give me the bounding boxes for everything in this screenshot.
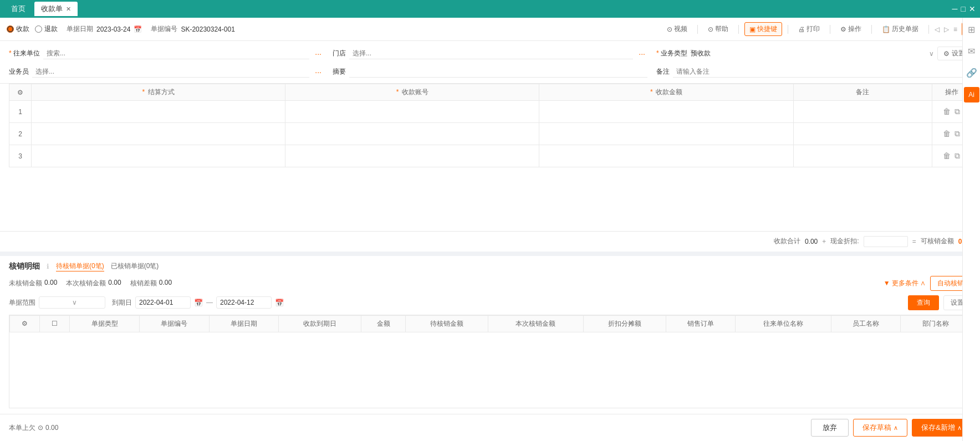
discount-input[interactable] [864, 236, 908, 247]
business-type-value: 预收款 [691, 49, 711, 58]
stat-diff: 核销差额 0.00 [130, 279, 172, 288]
receipt-table: ⚙ * 结算方式 * 收款账号 * 收款金额 备注 [9, 84, 971, 167]
cal-icon-left[interactable]: 📅 [194, 299, 203, 307]
radio-receipt[interactable]: 收款 [7, 24, 29, 34]
sidebar-ai-icon[interactable]: Ai [964, 87, 979, 102]
divider3 [788, 25, 788, 34]
business-type-dropdown-icon[interactable]: ∨ [929, 50, 934, 58]
divider4 [830, 25, 830, 34]
filter-actions: 查询 设置 [908, 295, 971, 310]
tab-pending[interactable]: 待核销单据(0笔) [56, 261, 104, 271]
bill-no-field: 单据编号 SK-20230324-001 [151, 24, 234, 34]
remark-cell[interactable] [793, 145, 932, 167]
range-label: 单据范围 [9, 298, 35, 307]
store-label: 门店 [333, 49, 346, 58]
salesperson-more-btn[interactable]: ··· [313, 68, 324, 76]
tab-receipt[interactable]: 收款单 ✕ [34, 2, 78, 16]
divider2 [738, 25, 739, 34]
nav-next-icon[interactable]: ▷ [944, 25, 949, 33]
remark-cell[interactable] [793, 123, 932, 145]
sidebar-link-icon[interactable]: 🔗 [964, 65, 979, 80]
tab-receipt-label: 收款单 [41, 4, 63, 14]
history-btn[interactable]: 📋 历史单据 [877, 23, 923, 35]
due-date-to[interactable] [216, 296, 272, 309]
sub-col-dept: 部门名称 [901, 315, 971, 332]
table-row: 3 🗑 ⧉ [9, 145, 971, 167]
col-settings[interactable]: ⚙ [9, 84, 32, 101]
close-tab-icon[interactable]: ✕ [66, 6, 71, 13]
sidebar-table-icon[interactable]: ⊞ [966, 22, 977, 37]
nav-prev-icon[interactable]: ◁ [935, 25, 940, 33]
store-input[interactable] [349, 48, 633, 59]
bill-no-label: 单据编号 [151, 24, 177, 34]
stat-this-verify: 本次核销金额 0.00 [66, 279, 121, 288]
delete-icon[interactable]: 🗑 [943, 151, 951, 160]
row-num: 2 [9, 123, 32, 145]
radio-receipt-input[interactable] [7, 25, 14, 33]
maximize-icon[interactable]: □ [961, 4, 966, 13]
row-num: 1 [9, 101, 32, 123]
stat-diff-value: 0.00 [159, 279, 172, 288]
delete-icon[interactable]: 🗑 [943, 107, 951, 116]
counterparty-input[interactable] [43, 48, 309, 59]
sidebar-mail-icon[interactable]: ✉ [966, 44, 977, 59]
delete-icon[interactable]: 🗑 [943, 129, 951, 138]
more-conditions-label: 更多条件 ∧ [892, 279, 926, 288]
sub-col-checkbox[interactable]: ☐ [40, 315, 70, 332]
counterparty-more-btn[interactable]: ··· [313, 49, 324, 58]
bill-date-value: 2023-03-24 [96, 25, 130, 33]
col-amount: * 收款金额 [539, 84, 793, 101]
due-date-from[interactable] [135, 296, 191, 309]
summary-input[interactable] [349, 66, 647, 78]
shortcut-icon: ▣ [749, 25, 756, 33]
copy-icon[interactable]: ⧉ [955, 107, 960, 116]
settlement-cell[interactable] [32, 145, 285, 167]
salesperson-input[interactable] [32, 66, 309, 78]
query-btn[interactable]: 查询 [908, 295, 939, 310]
close-window-icon[interactable]: ✕ [969, 4, 976, 13]
table-settings-icon[interactable]: ⚙ [17, 89, 23, 96]
calendar-icon[interactable]: 📅 [134, 25, 142, 33]
bottom-info-value: 0.00 [45, 424, 58, 432]
settlement-cell[interactable] [32, 123, 285, 145]
sum-value: 0.00 [805, 238, 818, 245]
history-label: 历史单据 [892, 24, 918, 34]
more-conditions-btn[interactable]: ▼ 更多条件 ∧ [884, 279, 926, 288]
amount-cell[interactable] [539, 145, 793, 167]
tab-home[interactable]: 首页 [4, 2, 32, 16]
sub-col-amount: 金额 [361, 315, 405, 332]
shortcut-btn[interactable]: ▣ 快捷键 [744, 22, 782, 36]
cal-icon-right[interactable]: 📅 [275, 299, 284, 307]
minimize-icon[interactable]: ─ [952, 4, 958, 13]
store-more-btn[interactable]: ··· [636, 49, 647, 58]
settlement-cell[interactable] [32, 101, 285, 123]
copy-icon[interactable]: ⧉ [955, 129, 960, 138]
radio-refund[interactable]: 退款 [35, 24, 58, 34]
amount-cell[interactable] [539, 101, 793, 123]
amount-cell[interactable] [539, 123, 793, 145]
video-btn[interactable]: ⊙ 视频 [662, 23, 692, 35]
help-btn[interactable]: ⊙ 帮助 [703, 23, 733, 35]
nav-list-icon[interactable]: ≡ [953, 25, 957, 33]
remark-input[interactable] [673, 66, 971, 78]
print-btn[interactable]: 🖨 打印 [794, 23, 824, 35]
abandon-btn[interactable]: 放弃 [811, 419, 849, 437]
counterparty-label: 往来单位 [9, 49, 40, 58]
bottom-info-icon[interactable]: ⊙ [38, 424, 43, 432]
form-row-1: 往来单位 ··· 门店 ··· 业务类型 预收款 ∨ ⚙ 设置 [9, 47, 971, 60]
verify-info-icon[interactable]: ℹ [47, 263, 49, 270]
remark-cell[interactable] [793, 101, 932, 123]
bill-date-field: 单据日期 2023-03-24 📅 [67, 24, 142, 34]
account-cell[interactable] [285, 123, 539, 145]
operation-btn[interactable]: ⚙ 操作 [836, 23, 866, 35]
table-row: 2 🗑 ⧉ [9, 123, 971, 145]
radio-refund-input[interactable] [35, 25, 42, 33]
tab-done[interactable]: 已核销单据(0笔) [111, 261, 159, 271]
account-cell[interactable] [285, 145, 539, 167]
account-cell[interactable] [285, 101, 539, 123]
remark-label: 备注 [656, 67, 670, 76]
copy-icon[interactable]: ⧉ [955, 151, 960, 160]
save-draft-btn[interactable]: 保存草稿 ∧ [853, 419, 907, 437]
sub-col-settings[interactable]: ⚙ [10, 315, 40, 332]
range-select[interactable]: ∨ [39, 296, 105, 309]
